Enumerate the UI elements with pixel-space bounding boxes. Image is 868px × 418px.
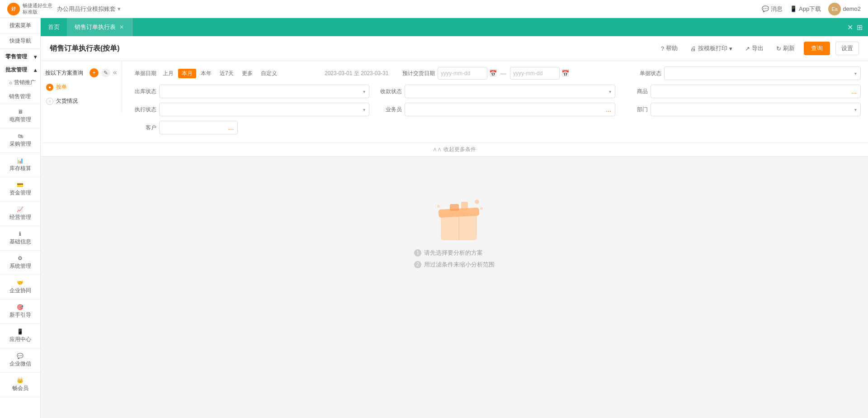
member-icon: 👑 bbox=[17, 377, 24, 384]
settings-button[interactable]: 设置 bbox=[835, 42, 859, 55]
filter-row-1: 单据日期 上月 本月 本年 近7天 更多 自定义 bbox=[129, 66, 861, 80]
top-header: 好 畅捷通好生意 标准版 办公用品行业模拟账套 ▾ 💬 消息 📱 App下载 E… bbox=[0, 0, 868, 18]
main-layout: 搜索菜单 快捷导航 零售管理 ▾ 批发管理 ▴ ○ 营销推广 销售管理 🖥 电商… bbox=[0, 18, 868, 418]
svg-point-4 bbox=[437, 205, 440, 208]
exec-select[interactable]: ▾ bbox=[159, 103, 369, 116]
dept-label: 部门 bbox=[621, 106, 648, 114]
product-more-icon[interactable]: ... bbox=[851, 88, 857, 95]
dept-select[interactable]: ▾ bbox=[651, 103, 861, 116]
date-tab-last-7days[interactable]: 近7天 bbox=[216, 69, 237, 78]
empty-state: 1 请先选择要分析的方案 2 用过滤条件来缩小分析范围 bbox=[41, 157, 868, 307]
payment-select[interactable]: ▾ bbox=[405, 85, 615, 98]
tab-bar-right: ✕ ⊞ bbox=[842, 18, 868, 36]
user-menu[interactable]: Ea demo2 bbox=[828, 3, 861, 15]
date-range-text: 2023-03-01 至 2023-03-31 bbox=[325, 70, 388, 77]
filter-row-2: 出库状态 ▾ 收款状态 ▾ bbox=[129, 85, 861, 98]
print-icon: 🖨 bbox=[690, 45, 696, 52]
outbound-select[interactable]: ▾ bbox=[159, 85, 369, 98]
tab-sales-order[interactable]: 销售订单执行表 ✕ bbox=[67, 18, 132, 36]
sidebar-item-newguide[interactable]: 🎯 新手引导 bbox=[0, 299, 40, 324]
finance-icon: 💳 bbox=[17, 182, 24, 188]
date-tabs: 上月 本月 本年 近7天 更多 自定义 bbox=[159, 69, 281, 78]
sidebar-item-basic[interactable]: ℹ 基础信息 bbox=[0, 226, 40, 251]
chevron-down-icon: ▾ bbox=[34, 54, 37, 60]
circle-icon: ○ bbox=[9, 80, 12, 86]
sidebar-sub-item-sales[interactable]: 销售管理 bbox=[0, 90, 40, 104]
tip-num-2: 2 bbox=[414, 261, 421, 268]
breadcrumb-dropdown-icon[interactable]: ▾ bbox=[118, 5, 121, 12]
sidebar-item-system[interactable]: ⚙ 系统管理 bbox=[0, 251, 40, 275]
payment-dropdown-icon: ▾ bbox=[609, 89, 611, 94]
tab-close-icon[interactable]: ✕ bbox=[118, 24, 125, 30]
logo-icon: 好 bbox=[7, 3, 20, 15]
calendar-to-icon[interactable]: 📅 bbox=[561, 70, 569, 77]
date-separator: — bbox=[500, 70, 507, 77]
date-tab-last-month[interactable]: 上月 bbox=[159, 69, 177, 78]
svg-point-3 bbox=[480, 207, 483, 210]
sidebar-item-member[interactable]: 👑 畅会员 bbox=[0, 373, 40, 397]
search-menu[interactable]: 搜索菜单 bbox=[0, 18, 40, 33]
product-label: 商品 bbox=[621, 88, 648, 95]
sidebar-item-wechat[interactable]: 💬 企业微信 bbox=[0, 348, 40, 373]
solution-item-by-order[interactable]: ● 按单 bbox=[41, 80, 122, 94]
edit-solution-button[interactable]: ✎ bbox=[101, 68, 110, 77]
collapse-bar[interactable]: ∧∧ 收起更多条件 bbox=[41, 142, 868, 156]
expected-date-label: 预计交货日期 bbox=[402, 70, 435, 77]
salesperson-select[interactable]: ... bbox=[405, 103, 615, 116]
sidebar-item-appcenter[interactable]: 📱 应用中心 bbox=[0, 324, 40, 348]
status-dropdown-icon: ▾ bbox=[854, 71, 857, 76]
add-solution-button[interactable]: + bbox=[90, 68, 99, 77]
customer-more-icon[interactable]: ... bbox=[228, 124, 234, 131]
customer-select[interactable]: ... bbox=[159, 121, 238, 134]
app-download-action[interactable]: 📱 App下载 bbox=[790, 5, 821, 13]
sidebar-item-ecommerce[interactable]: 🖥 电商管理 bbox=[0, 104, 40, 128]
purchase-icon: 🛍 bbox=[18, 133, 23, 139]
status-select[interactable]: ▾ bbox=[664, 66, 861, 80]
appcenter-icon: 📱 bbox=[17, 328, 24, 335]
date-label: 单据日期 bbox=[129, 70, 156, 77]
salesperson-more-icon[interactable]: ... bbox=[606, 106, 611, 113]
quick-nav[interactable]: 快捷导航 bbox=[0, 33, 40, 49]
tab-home[interactable]: 首页 bbox=[41, 18, 67, 36]
sidebar-item-retail[interactable]: 零售管理 ▾ bbox=[0, 49, 40, 62]
export-icon: ↗ bbox=[745, 45, 750, 52]
sidebar-item-operation[interactable]: 📈 经营管理 bbox=[0, 202, 40, 226]
filter-area: 按以下方案查询 + ✎ « ● 按单 ○ bbox=[41, 61, 868, 157]
sidebar-sub-item-order[interactable]: ○ 营销推广 bbox=[0, 76, 40, 90]
message-action[interactable]: 💬 消息 bbox=[762, 5, 783, 13]
help-button[interactable]: ? 帮助 bbox=[657, 43, 681, 54]
logo-area: 好 畅捷通好生意 标准版 bbox=[7, 3, 52, 15]
avatar: Ea bbox=[828, 3, 841, 15]
date-tab-this-month[interactable]: 本月 bbox=[178, 69, 196, 78]
salesperson-label: 业务员 bbox=[375, 106, 402, 114]
date-tab-more[interactable]: 更多 bbox=[238, 69, 256, 78]
sidebar-item-inventory[interactable]: 📊 库存核算 bbox=[0, 153, 40, 177]
breadcrumb[interactable]: 办公用品行业模拟账套 ▾ bbox=[57, 5, 121, 13]
dept-dropdown-icon: ▾ bbox=[854, 107, 857, 112]
empty-tip-2: 2 用过滤条件来缩小分析范围 bbox=[414, 259, 495, 271]
inventory-icon: 📊 bbox=[17, 157, 24, 164]
logo-text: 畅捷通好生意 标准版 bbox=[23, 3, 52, 14]
product-select[interactable]: ... bbox=[651, 85, 861, 98]
solution-item-backorder[interactable]: ○ 欠货情况 bbox=[41, 94, 122, 108]
print-button[interactable]: 🖨 按模板打印 ▾ bbox=[687, 43, 736, 54]
refresh-button[interactable]: ↻ 刷新 bbox=[773, 43, 798, 54]
date-tab-this-year[interactable]: 本年 bbox=[197, 69, 215, 78]
query-button[interactable]: 查询 bbox=[804, 42, 830, 55]
payment-label: 收款状态 bbox=[375, 88, 402, 95]
expected-date-from-input[interactable] bbox=[438, 67, 487, 80]
date-tab-custom[interactable]: 自定义 bbox=[257, 69, 281, 78]
empty-svg bbox=[432, 193, 486, 242]
tab-bar: 首页 销售订单执行表 ✕ ✕ ⊞ bbox=[41, 18, 868, 36]
collapse-solution-button[interactable]: « bbox=[113, 68, 117, 77]
sidebar-item-wholesale[interactable]: 批发管理 ▴ bbox=[0, 62, 40, 76]
calendar-from-icon[interactable]: 📅 bbox=[489, 70, 497, 77]
sidebar-item-finance[interactable]: 💳 资金管理 bbox=[0, 177, 40, 202]
empty-tips: 1 请先选择要分析的方案 2 用过滤条件来缩小分析范围 bbox=[414, 247, 495, 271]
export-button[interactable]: ↗ 导出 bbox=[741, 43, 767, 54]
tab-expand-icon[interactable]: ⊞ bbox=[857, 23, 863, 32]
sidebar-item-enterprise[interactable]: 🤝 企业协同 bbox=[0, 275, 40, 299]
sidebar-item-purchase[interactable]: 🛍 采购管理 bbox=[0, 128, 40, 153]
tab-close-window-icon[interactable]: ✕ bbox=[847, 23, 853, 32]
expected-date-to-input[interactable] bbox=[510, 67, 560, 80]
